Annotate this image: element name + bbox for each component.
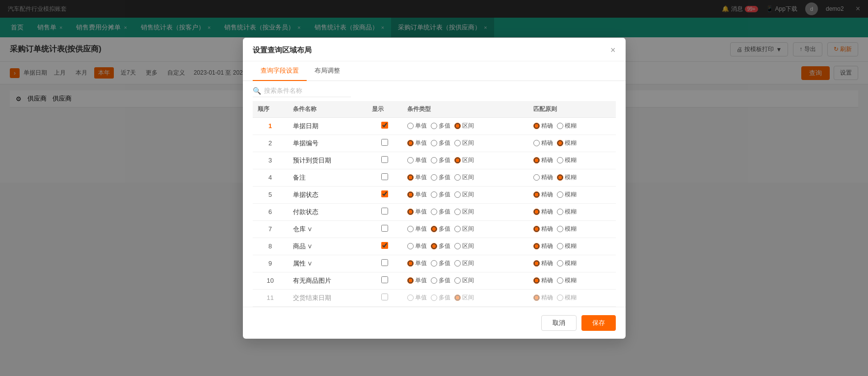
modal-table-wrap: 顺序 条件名称 显示 条件类型 匹配原则 1单据日期单值多值区间精确模糊2单据编…: [243, 101, 626, 183]
table-row: 2单据编号单值多值区间精确模糊: [253, 134, 616, 152]
row-seq: 3: [253, 152, 288, 169]
row-match-option-精确[interactable]: 精确: [533, 122, 553, 130]
row-condition-name: 预计到货日期: [288, 152, 367, 169]
row-show-checkbox[interactable]: [381, 156, 388, 163]
modal-table: 顺序 条件名称 显示 条件类型 匹配原则 1单据日期单值多值区间精确模糊2单据编…: [253, 101, 616, 183]
modal-overlay: 设置查询区域布局 × 查询字段设置 布局调整 🔍 顺序: [0, 0, 868, 183]
modal-dialog: 设置查询区域布局 × 查询字段设置 布局调整 🔍 顺序: [243, 38, 626, 183]
row-show-cell: [367, 134, 402, 152]
row-match-option-模糊[interactable]: 模糊: [557, 122, 577, 130]
row-show-checkbox[interactable]: [381, 139, 388, 146]
row-seq: 4: [253, 169, 288, 183]
th-show: 显示: [367, 101, 402, 118]
modal-tab-0[interactable]: 查询字段设置: [253, 61, 307, 81]
row-match-option-精确[interactable]: 精确: [533, 173, 553, 182]
table-row: 1单据日期单值多值区间精确模糊: [253, 117, 616, 134]
row-match-cell: 精确模糊: [528, 134, 616, 152]
row-type-option-单值[interactable]: 单值: [407, 139, 427, 147]
row-show-cell: [367, 169, 402, 183]
modal-search-input[interactable]: [264, 87, 342, 94]
row-type-option-区间[interactable]: 区间: [454, 122, 474, 130]
row-type-option-区间[interactable]: 区间: [454, 156, 474, 164]
row-type-option-区间[interactable]: 区间: [454, 139, 474, 147]
table-row: 3预计到货日期单值多值区间精确模糊: [253, 152, 616, 169]
row-type-option-多值[interactable]: 多值: [431, 173, 450, 182]
row-match-option-模糊[interactable]: 模糊: [557, 156, 577, 164]
row-match-cell: 精确模糊: [528, 152, 616, 169]
row-show-cell: [367, 117, 402, 134]
modal-tab-1[interactable]: 布局调整: [307, 61, 348, 81]
modal-table-body: 1单据日期单值多值区间精确模糊2单据编号单值多值区间精确模糊3预计到货日期单值多…: [253, 117, 616, 183]
row-type-option-单值[interactable]: 单值: [407, 173, 427, 182]
row-type-cell: 单值多值区间: [402, 152, 528, 169]
modal-table-head: 顺序 条件名称 显示 条件类型 匹配原则: [253, 101, 616, 118]
row-match-option-精确[interactable]: 精确: [533, 156, 553, 164]
row-show-cell: [367, 152, 402, 169]
row-condition-name: 单据日期: [288, 117, 367, 134]
row-seq: 1: [253, 117, 288, 134]
row-match-option-精确[interactable]: 精确: [533, 139, 553, 147]
th-match: 匹配原则: [528, 101, 616, 118]
row-type-option-多值[interactable]: 多值: [431, 139, 450, 147]
modal-search-area: 🔍: [243, 81, 626, 101]
modal-title: 设置查询区域布局: [253, 46, 312, 55]
row-match-option-模糊[interactable]: 模糊: [557, 173, 577, 182]
modal-close-btn[interactable]: ×: [610, 46, 616, 54]
row-show-checkbox[interactable]: [381, 122, 388, 129]
row-condition-name: 单据编号: [288, 134, 367, 152]
modal-search-wrap: 🔍: [253, 87, 351, 97]
th-name: 条件名称: [288, 101, 367, 118]
row-match-cell: 精确模糊: [528, 169, 616, 183]
th-seq: 顺序: [253, 101, 288, 118]
row-show-checkbox[interactable]: [381, 173, 388, 180]
modal-search-icon: 🔍: [253, 87, 261, 95]
row-seq: 2: [253, 134, 288, 152]
row-type-option-多值[interactable]: 多值: [431, 156, 450, 164]
table-row: 4备注单值多值区间精确模糊: [253, 169, 616, 183]
row-type-option-区间[interactable]: 区间: [454, 173, 474, 182]
row-type-cell: 单值多值区间: [402, 169, 528, 183]
th-type: 条件类型: [402, 101, 528, 118]
row-match-option-模糊[interactable]: 模糊: [557, 139, 577, 147]
row-type-option-单值[interactable]: 单值: [407, 122, 427, 130]
modal-tabs: 查询字段设置 布局调整: [243, 61, 626, 81]
row-type-cell: 单值多值区间: [402, 134, 528, 152]
row-condition-name: 备注: [288, 169, 367, 183]
row-type-option-单值[interactable]: 单值: [407, 156, 427, 164]
row-type-option-多值[interactable]: 多值: [431, 122, 450, 130]
row-type-cell: 单值多值区间: [402, 117, 528, 134]
row-match-cell: 精确模糊: [528, 117, 616, 134]
modal-header: 设置查询区域布局 ×: [243, 38, 626, 61]
